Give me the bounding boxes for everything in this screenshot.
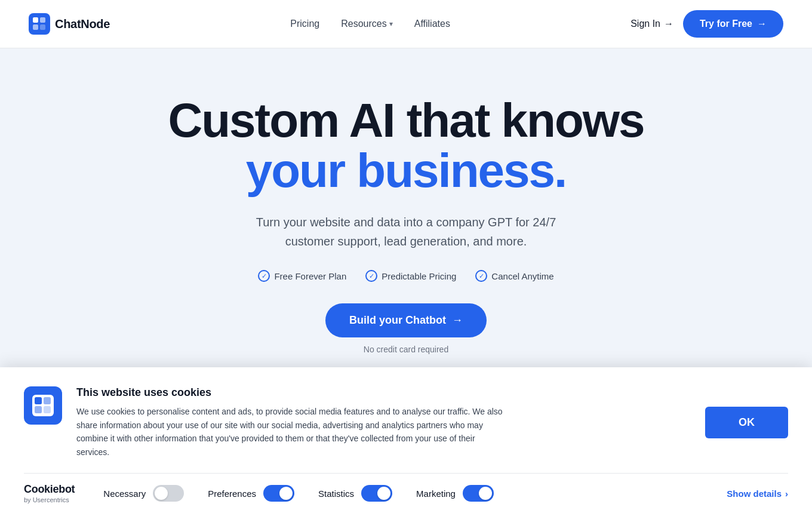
check-icon: ✓ bbox=[475, 270, 487, 282]
toggle-statistics: Statistics bbox=[318, 485, 392, 502]
cookie-logo bbox=[24, 386, 62, 425]
hero-note: No credit card required bbox=[364, 345, 448, 354]
svg-rect-6 bbox=[35, 406, 42, 413]
svg-rect-0 bbox=[33, 17, 38, 23]
toggle-preferences-switch[interactable] bbox=[263, 485, 294, 502]
cookie-banner: This website uses cookies We use cookies… bbox=[0, 367, 812, 513]
svg-rect-4 bbox=[35, 397, 42, 404]
toggle-marketing: Marketing bbox=[416, 485, 494, 502]
toggle-necessary: Necessary bbox=[103, 485, 184, 502]
signin-button[interactable]: Sign In → bbox=[630, 19, 673, 29]
check-icon: ✓ bbox=[365, 270, 377, 282]
chevron-right-icon: › bbox=[785, 489, 788, 499]
cookiebot-brand: Cookiebot by Usercentrics bbox=[24, 483, 75, 503]
try-free-button[interactable]: Try for Free → bbox=[683, 10, 783, 38]
toggle-knob bbox=[479, 487, 492, 500]
logo[interactable]: ChatNode bbox=[29, 13, 110, 35]
badge-cancel: ✓ Cancel Anytime bbox=[475, 270, 553, 282]
toggle-preferences: Preferences bbox=[208, 485, 294, 502]
logo-icon bbox=[29, 13, 50, 35]
cookie-body: We use cookies to personalise content an… bbox=[76, 405, 506, 459]
arrow-icon: → bbox=[452, 314, 463, 327]
logo-text: ChatNode bbox=[55, 17, 110, 31]
svg-rect-2 bbox=[33, 24, 38, 30]
cookiebot-sub: by Usercentrics bbox=[24, 496, 69, 503]
show-details-link[interactable]: Show details › bbox=[727, 489, 788, 499]
cookie-toggles: Necessary Preferences Statistics Marketi… bbox=[103, 485, 727, 502]
hero-title: Custom AI that knows your business. bbox=[168, 96, 644, 196]
hero-section: Custom AI that knows your business. Turn… bbox=[0, 48, 812, 378]
navbar: ChatNode Pricing Resources ▾ Affiliates … bbox=[0, 0, 812, 48]
arrow-icon: → bbox=[664, 19, 673, 29]
nav-affiliates[interactable]: Affiliates bbox=[414, 19, 450, 29]
toggle-marketing-switch[interactable] bbox=[463, 485, 494, 502]
cookie-title: This website uses cookies bbox=[76, 386, 691, 399]
cookiebot-name: Cookiebot bbox=[24, 483, 75, 496]
chevron-down-icon: ▾ bbox=[389, 20, 393, 28]
hero-subtitle: Turn your website and data into a compan… bbox=[239, 213, 573, 251]
hero-badges: ✓ Free Forever Plan ✓ Predictable Pricin… bbox=[258, 270, 553, 282]
toggle-knob bbox=[377, 487, 390, 500]
toggle-necessary-switch[interactable] bbox=[153, 485, 184, 502]
build-chatbot-button[interactable]: Build your Chatbot → bbox=[325, 303, 487, 337]
cookie-text-block: This website uses cookies We use cookies… bbox=[76, 386, 691, 459]
toggle-knob bbox=[155, 487, 168, 500]
toggle-statistics-switch[interactable] bbox=[361, 485, 392, 502]
svg-rect-5 bbox=[44, 397, 51, 404]
svg-rect-7 bbox=[44, 406, 51, 413]
cookie-logo-inner bbox=[32, 395, 54, 416]
cookie-ok-button[interactable]: OK bbox=[705, 407, 788, 438]
nav-links: Pricing Resources ▾ Affiliates bbox=[290, 19, 450, 29]
toggle-knob bbox=[279, 487, 293, 500]
badge-free-plan: ✓ Free Forever Plan bbox=[258, 270, 346, 282]
badge-pricing: ✓ Predictable Pricing bbox=[365, 270, 456, 282]
nav-resources[interactable]: Resources ▾ bbox=[341, 19, 392, 29]
cookie-bottom: Cookiebot by Usercentrics Necessary Pref… bbox=[0, 474, 812, 513]
svg-rect-3 bbox=[40, 24, 45, 30]
nav-actions: Sign In → Try for Free → bbox=[630, 10, 783, 38]
svg-rect-1 bbox=[40, 17, 45, 23]
nav-pricing[interactable]: Pricing bbox=[290, 19, 319, 29]
arrow-icon: → bbox=[757, 19, 767, 29]
check-icon: ✓ bbox=[258, 270, 270, 282]
cookie-top: This website uses cookies We use cookies… bbox=[0, 367, 812, 473]
